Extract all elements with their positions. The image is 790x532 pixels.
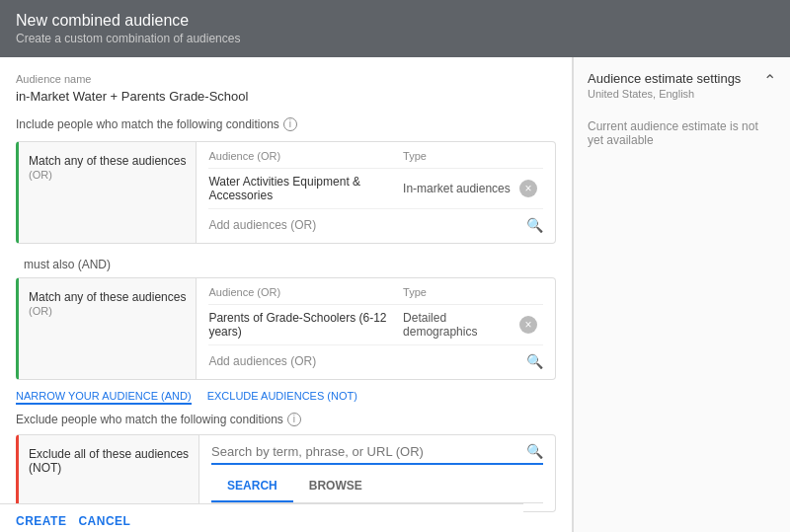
page-header: New combined audience Create a custom co… <box>0 0 790 57</box>
remove-action[interactable]: × <box>519 180 543 197</box>
right-panel-title-group: Audience estimate settings United States… <box>588 71 741 100</box>
audience-table-1: Audience (OR) Type Water Activities Equi… <box>197 142 555 243</box>
exclude-table: 🔍 SEARCH BROWSE <box>199 435 555 511</box>
add-audiences-row-2[interactable]: Add audiences (OR) 🔍 <box>208 345 543 371</box>
match-label-1: Match any of these audiences (OR) <box>19 142 197 243</box>
audience-table-2: Audience (OR) Type Parents of Grade-Scho… <box>197 278 555 379</box>
audience-cell: Parents of Grade-Schoolers (6-12 years) <box>208 311 403 339</box>
include-block-2-inner: Match any of these audiences (OR) Audien… <box>19 278 555 379</box>
page-title: New combined audience <box>16 12 240 30</box>
action-links: NARROW YOUR AUDIENCE (AND) EXCLUDE AUDIE… <box>16 390 556 405</box>
exclude-conditions-label: Exclude people who match the following c… <box>16 413 556 426</box>
narrow-audience-link[interactable]: NARROW YOUR AUDIENCE (AND) <box>16 390 192 405</box>
remove-button[interactable]: × <box>519 316 537 334</box>
col-header-type-2: Type <box>403 286 519 298</box>
exclude-block-inner: Exclude all of these audiences (NOT) 🔍 S… <box>19 435 555 511</box>
add-audiences-row-1[interactable]: Add audiences (OR) 🔍 <box>208 209 543 235</box>
main-layout: Audience name in-Market Water + Parents … <box>0 57 790 532</box>
type-cell: Detailed demographics <box>403 311 519 339</box>
include-block-1-inner: Match any of these audiences (OR) Audien… <box>19 142 555 243</box>
exclude-block: Exclude all of these audiences (NOT) 🔍 S… <box>16 434 556 512</box>
search-field-row: 🔍 <box>211 443 543 465</box>
col-header-action-2 <box>519 286 543 298</box>
audience-cell: Water Activities Equipment & Accessories <box>208 175 403 202</box>
audience-name-value: in-Market Water + Parents Grade-School <box>16 89 556 104</box>
col-header-type-1: Type <box>403 150 519 162</box>
exclude-audiences-link[interactable]: EXCLUDE AUDIENCES (NOT) <box>207 390 357 405</box>
exclude-info-icon[interactable]: i <box>287 413 301 426</box>
audience-name-label: Audience name <box>16 73 556 85</box>
bottom-actions: CREATE CANCEL <box>0 503 523 532</box>
col-header-audience-1: Audience (OR) <box>208 150 403 162</box>
table-header-2: Audience (OR) Type <box>208 286 543 305</box>
search-input[interactable] <box>211 444 526 459</box>
type-cell: In-market audiences <box>403 182 519 195</box>
info-icon[interactable]: i <box>283 117 297 131</box>
search-tabs: SEARCH BROWSE <box>211 471 543 503</box>
col-header-audience-2: Audience (OR) <box>208 286 403 298</box>
remove-action[interactable]: × <box>519 316 543 334</box>
include-conditions-label: Include people who match the following c… <box>16 117 556 131</box>
remove-button[interactable]: × <box>519 180 537 197</box>
table-row: Parents of Grade-Schoolers (6-12 years) … <box>208 305 543 345</box>
search-icon: 🔍 <box>526 443 543 459</box>
and-label: must also (AND) <box>16 252 556 277</box>
include-block-2: Match any of these audiences (OR) Audien… <box>16 277 556 380</box>
include-block-1: Match any of these audiences (OR) Audien… <box>16 141 556 244</box>
col-header-action-1 <box>519 150 543 162</box>
estimate-unavailable-text: Current audience estimate is not yet ava… <box>588 119 776 147</box>
chevron-down-icon[interactable]: ⌃ <box>763 71 776 90</box>
tab-browse[interactable]: BROWSE <box>293 471 378 502</box>
right-panel-title: Audience estimate settings <box>588 71 741 86</box>
page-subtitle: Create a custom combination of audiences <box>16 32 240 45</box>
match-label-2: Match any of these audiences (OR) <box>19 278 197 379</box>
tab-search[interactable]: SEARCH <box>211 471 293 502</box>
create-button[interactable]: CREATE <box>16 514 66 528</box>
table-row: Water Activities Equipment & Accessories… <box>208 169 543 209</box>
add-search-icon-1: 🔍 <box>526 217 543 233</box>
exclude-label: Exclude all of these audiences (NOT) <box>19 435 199 511</box>
right-panel: Audience estimate settings United States… <box>573 57 790 532</box>
add-search-icon-2: 🔍 <box>526 353 543 369</box>
cancel-button[interactable]: CANCEL <box>78 514 130 528</box>
table-header-1: Audience (OR) Type <box>208 150 543 169</box>
right-panel-subtitle: United States, English <box>588 88 741 100</box>
right-panel-header: Audience estimate settings United States… <box>588 71 776 100</box>
left-panel: Audience name in-Market Water + Parents … <box>0 57 573 532</box>
